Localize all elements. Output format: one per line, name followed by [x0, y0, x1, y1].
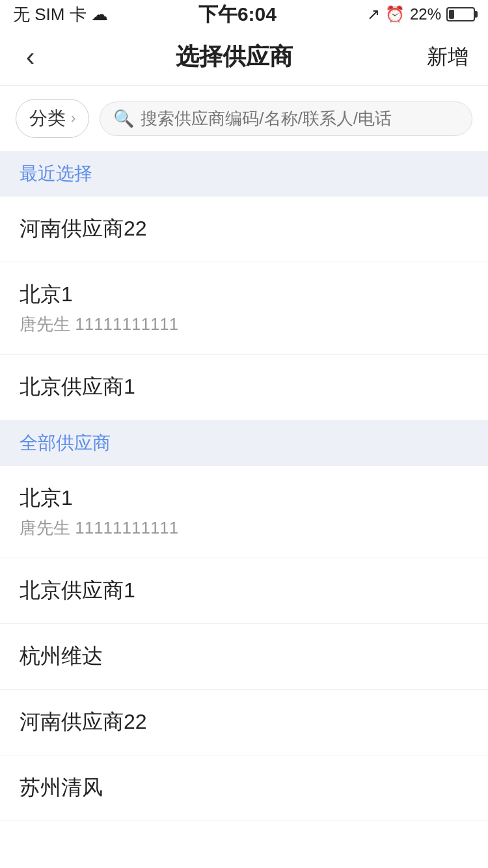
item-sub: 唐先生 11111111111	[20, 313, 468, 336]
status-bar: 无 SIM 卡 ☁ 下午6:04 ↗ ⏰ 22%	[0, 0, 488, 29]
back-button[interactable]: ‹	[20, 36, 41, 78]
item-name: 北京供应商1	[20, 373, 468, 401]
battery-fill	[449, 10, 454, 19]
page-title: 选择供应商	[176, 41, 293, 73]
list-item[interactable]: 北京1 唐先生 11111111111	[0, 466, 488, 558]
list-item[interactable]: 苏州清风	[0, 755, 488, 821]
item-name: 杭州维达	[20, 642, 468, 671]
add-button[interactable]: 新增	[427, 43, 468, 72]
category-label: 分类	[29, 106, 66, 131]
search-input[interactable]	[141, 109, 459, 129]
item-name: 河南供应商22	[20, 708, 468, 737]
item-name: 北京供应商1	[20, 576, 468, 605]
item-name: 北京1	[20, 280, 468, 309]
item-name: 苏州清风	[20, 774, 468, 802]
all-section-label: 全部供应商	[20, 433, 111, 453]
all-list: 北京1 唐先生 11111111111 北京供应商1 杭州维达 河南供应商22 …	[0, 466, 488, 821]
list-item[interactable]: 北京供应商1	[0, 355, 488, 420]
battery-indicator	[446, 7, 475, 21]
battery-text: 22%	[410, 5, 441, 23]
alarm-icon: ⏰	[385, 5, 405, 23]
location-icon: ↗	[367, 5, 380, 23]
list-item[interactable]: 河南供应商22	[0, 690, 488, 755]
list-item[interactable]: 北京1 唐先生 11111111111	[0, 262, 488, 355]
item-sub: 唐先生 11111111111	[20, 517, 468, 539]
chevron-right-icon: ›	[71, 110, 75, 127]
list-item[interactable]: 杭州维达	[0, 624, 488, 690]
status-time: 下午6:04	[198, 1, 277, 28]
recent-section-header: 最近选择	[0, 151, 488, 197]
status-left: 无 SIM 卡 ☁	[13, 3, 108, 26]
nav-bar: ‹ 选择供应商 新增	[0, 29, 488, 86]
item-name: 北京1	[20, 484, 468, 513]
filter-bar: 分类 › 🔍	[0, 86, 488, 151]
item-name: 河南供应商22	[20, 215, 468, 243]
list-item[interactable]: 北京供应商1	[0, 558, 488, 624]
no-sim-text: 无 SIM 卡 ☁	[13, 3, 108, 26]
recent-section-label: 最近选择	[20, 163, 92, 183]
status-right: ↗ ⏰ 22%	[367, 5, 475, 23]
category-button[interactable]: 分类 ›	[16, 99, 89, 138]
search-box[interactable]: 🔍	[100, 102, 472, 136]
all-section-header: 全部供应商	[0, 420, 488, 466]
list-item[interactable]: 河南供应商22	[0, 197, 488, 262]
recent-list: 河南供应商22 北京1 唐先生 11111111111 北京供应商1	[0, 197, 488, 420]
search-icon: 🔍	[113, 109, 134, 129]
